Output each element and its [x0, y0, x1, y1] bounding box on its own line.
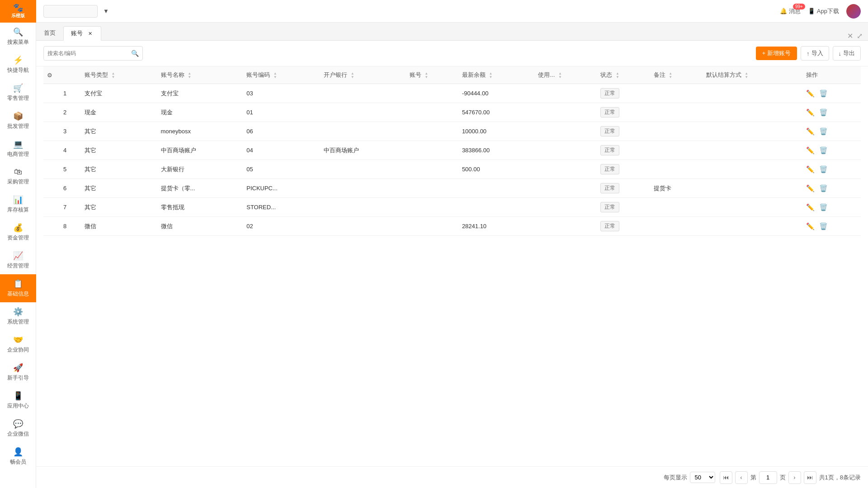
tab-close-account[interactable]: ✕: [86, 30, 94, 37]
sidebar-item-search-menu[interactable]: 🔍搜索菜单: [0, 23, 36, 51]
cell-status-1: 正常: [597, 103, 650, 122]
account-table-wrap: ⚙ 账号类型 ▲▼ 账号名称 ▲▼ 账号编码 ▲▼ 开户银行 ▲▼ 账号 ▲▼ …: [36, 66, 868, 466]
sidebar-item-ops-mgmt[interactable]: 📈经营管理: [0, 246, 36, 274]
app-download-label: App下载: [817, 7, 839, 15]
cell-settings-6: [43, 198, 60, 217]
delete-icon-4[interactable]: 🗑️: [819, 165, 828, 174]
cell-type-0: 支付宝: [81, 84, 157, 103]
cell-balance-7: 28241.10: [458, 217, 535, 236]
cell-bank-3: 中百商场账户: [320, 141, 406, 160]
sidebar-item-system-mgmt[interactable]: ⚙️系统管理: [0, 302, 36, 330]
add-account-button[interactable]: + 新增账号: [756, 47, 797, 60]
sidebar-item-fund-mgmt[interactable]: 💰资金管理: [0, 218, 36, 246]
topbar-dropdown[interactable]: ▼: [103, 8, 109, 14]
edit-icon-4[interactable]: ✏️: [806, 165, 815, 174]
th-remark[interactable]: 备注 ▲▼: [650, 66, 703, 84]
cell-bank-5: [320, 179, 406, 198]
cell-status-4: 正常: [597, 160, 650, 179]
sidebar-item-ecommerce-mgmt[interactable]: 💻电商管理: [0, 135, 36, 163]
sidebar-item-inventory[interactable]: 📊库存核算: [0, 190, 36, 218]
ecommerce-mgmt-icon: 💻: [13, 139, 23, 149]
cell-settle-7: [703, 217, 802, 236]
cell-name-6: 零售抵现: [157, 198, 243, 217]
tab-home[interactable]: 首页: [36, 26, 63, 40]
expand-icon[interactable]: ⤢: [857, 32, 863, 40]
delete-icon-7[interactable]: 🗑️: [819, 222, 828, 230]
delete-icon-6[interactable]: 🗑️: [819, 203, 828, 211]
page-size-select[interactable]: 102050100: [690, 472, 715, 483]
th-account-name[interactable]: 账号名称 ▲▼: [157, 66, 243, 84]
sidebar-item-purchase-mgmt[interactable]: 🛍采购管理: [0, 163, 36, 190]
next-page-button[interactable]: ›: [788, 471, 801, 484]
cell-settings-1: [43, 103, 60, 122]
th-default-settle[interactable]: 默认结算方式 ▲▼: [703, 66, 802, 84]
cell-action-0: ✏️ 🗑️: [802, 84, 861, 103]
export-button[interactable]: ↓ 导出: [833, 46, 861, 61]
cell-settings-5: [43, 179, 60, 198]
page-size-selector: 每页显示 102050100: [664, 472, 715, 483]
cell-type-4: 其它: [81, 160, 157, 179]
th-usage[interactable]: 使用... ▲▼: [534, 66, 597, 84]
th-settings[interactable]: ⚙: [43, 66, 60, 84]
last-page-button[interactable]: ⏭: [804, 471, 816, 484]
cell-settings-2: [43, 122, 60, 141]
sidebar-item-retail-mgmt[interactable]: 🛒零售管理: [0, 79, 36, 107]
close-tab-icon[interactable]: ✕: [847, 32, 853, 40]
cell-balance-2: 10000.00: [458, 122, 535, 141]
sidebar-item-enterprise-agreement[interactable]: 🤝企业协同: [0, 330, 36, 358]
cell-account-no-6: [406, 198, 458, 217]
sidebar-item-new-guide[interactable]: 🚀新手引导: [0, 358, 36, 386]
tab-account[interactable]: 账号✕: [63, 26, 101, 41]
th-balance[interactable]: 最新余额 ▲▼: [458, 66, 535, 84]
cell-settings-7: [43, 217, 60, 236]
cell-bank-7: [320, 217, 406, 236]
sidebar-item-app-center[interactable]: 📱应用中心: [0, 386, 36, 414]
logo-icon: 🐾: [13, 4, 23, 12]
sidebar-label-system-mgmt: 系统管理: [7, 318, 29, 326]
topbar-search-input[interactable]: [43, 5, 98, 18]
import-button[interactable]: ↑ 导入: [801, 46, 829, 61]
cell-name-1: 现金: [157, 103, 243, 122]
page-nav: ⏮ ‹ 第 页 › ⏭ 共1页，8条记录: [720, 471, 861, 484]
delete-icon-3[interactable]: 🗑️: [819, 146, 828, 155]
sidebar-item-member[interactable]: 👤畅会员: [0, 442, 36, 470]
app-download-button[interactable]: 📱 App下载: [808, 7, 839, 15]
edit-icon-2[interactable]: ✏️: [806, 127, 815, 136]
edit-icon-0[interactable]: ✏️: [806, 89, 815, 98]
sidebar-label-enterprise-wechat: 企业微信: [7, 430, 29, 438]
delete-icon-2[interactable]: 🗑️: [819, 127, 828, 136]
th-account-code[interactable]: 账号编码 ▲▼: [243, 66, 320, 84]
cell-account-no-7: [406, 217, 458, 236]
import-label: 导入: [811, 49, 823, 57]
search-input[interactable]: [47, 50, 131, 56]
prev-page-button[interactable]: ‹: [735, 471, 748, 484]
delete-icon-1[interactable]: 🗑️: [819, 108, 828, 117]
edit-icon-3[interactable]: ✏️: [806, 146, 815, 155]
enterprise-wechat-icon: 💬: [13, 419, 23, 429]
th-status[interactable]: 状态 ▲▼: [597, 66, 650, 84]
sidebar-item-basic-info[interactable]: 📋基础信息: [0, 274, 36, 302]
sidebar-item-quick-nav[interactable]: ⚡快捷导航: [0, 51, 36, 79]
edit-icon-5[interactable]: ✏️: [806, 184, 815, 192]
cell-action-1: ✏️ 🗑️: [802, 103, 861, 122]
th-account-no[interactable]: 账号 ▲▼: [406, 66, 458, 84]
delete-icon-5[interactable]: 🗑️: [819, 184, 828, 192]
page-number-input[interactable]: [759, 471, 777, 484]
edit-icon-1[interactable]: ✏️: [806, 108, 815, 117]
cell-settle-0: [703, 84, 802, 103]
th-account-type[interactable]: 账号类型 ▲▼: [81, 66, 157, 84]
edit-icon-6[interactable]: ✏️: [806, 203, 815, 211]
cell-type-1: 现金: [81, 103, 157, 122]
cell-name-2: moneybosx: [157, 122, 243, 141]
sidebar-item-wholesale-mgmt[interactable]: 📦批发管理: [0, 107, 36, 135]
sidebar-item-enterprise-wechat[interactable]: 💬企业微信: [0, 414, 36, 442]
delete-icon-0[interactable]: 🗑️: [819, 89, 828, 98]
tab-label-home: 首页: [44, 29, 56, 37]
first-page-button[interactable]: ⏮: [720, 471, 732, 484]
edit-icon-7[interactable]: ✏️: [806, 222, 815, 230]
notification-button[interactable]: 🔔 消息 99+: [780, 7, 801, 15]
search-icon: 🔍: [131, 50, 139, 57]
avatar[interactable]: [846, 4, 861, 19]
account-table: ⚙ 账号类型 ▲▼ 账号名称 ▲▼ 账号编码 ▲▼ 开户银行 ▲▼ 账号 ▲▼ …: [43, 66, 861, 236]
th-bank[interactable]: 开户银行 ▲▼: [320, 66, 406, 84]
